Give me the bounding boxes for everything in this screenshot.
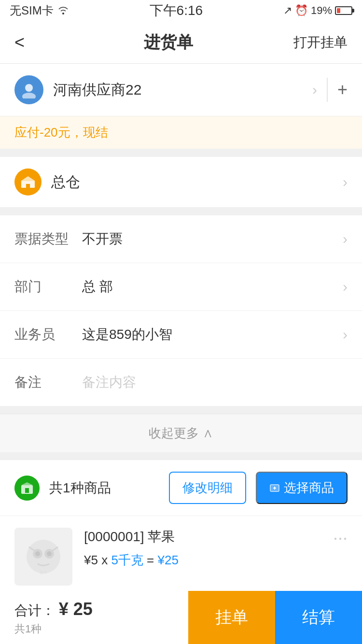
invoice-row[interactable]: 票据类型 不开票 › xyxy=(0,215,362,263)
battery-icon xyxy=(335,6,352,15)
select-product-label: 选择商品 xyxy=(284,479,334,496)
sales-chevron-icon: › xyxy=(343,326,348,343)
svg-marker-3 xyxy=(21,176,35,181)
product-info: [0000001] 苹果 ¥5 x 5千克 = ¥25 xyxy=(84,528,317,569)
chevron-right-icon: › xyxy=(312,82,317,98)
product-multiply: x xyxy=(101,553,111,567)
sales-label: 业务员 xyxy=(14,325,72,344)
total-label: 合计： xyxy=(14,603,55,618)
products-section: 共1种商品 修改明细 选择商品 xyxy=(0,460,362,597)
location-icon: ↗ xyxy=(283,4,292,17)
bottom-bar: 合计： ¥ 25 共1种 挂单 结算 xyxy=(0,591,362,644)
products-count: 共1种商品 xyxy=(49,479,159,497)
open-hang-button[interactable]: 打开挂单 xyxy=(293,33,348,52)
edit-detail-button[interactable]: 修改明细 xyxy=(169,472,246,504)
product-equals: = xyxy=(147,553,157,567)
collapse-bar[interactable]: 收起更多 ∧ xyxy=(0,414,362,452)
invoice-chevron-icon: › xyxy=(343,231,348,247)
warehouse-name: 总仓 xyxy=(51,172,343,192)
add-supplier-button[interactable]: + xyxy=(337,80,348,100)
product-qty: 5千克 xyxy=(111,553,143,567)
svg-text:督牛: 督牛 xyxy=(40,571,47,575)
page-title: 进货单 xyxy=(144,31,193,54)
status-time: 下午6:16 xyxy=(150,1,203,20)
invoice-value: 不开票 xyxy=(72,230,343,248)
form-section: 票据类型 不开票 › 部门 总 部 › 业务员 这是859的小智 › 备注 备注… xyxy=(0,215,362,406)
status-left: 无SIM卡 xyxy=(10,3,69,18)
svg-point-1 xyxy=(22,93,36,98)
supplier-avatar xyxy=(14,75,43,104)
remark-row[interactable]: 备注 备注内容 xyxy=(0,358,362,406)
product-name: [0000001] 苹果 xyxy=(84,528,317,546)
warehouse-row[interactable]: 总仓 › xyxy=(0,157,362,207)
status-bar: 无SIM卡 下午6:16 ↗ ⏰ 19% xyxy=(0,0,362,21)
products-icon xyxy=(14,476,40,501)
dept-value: 总 部 xyxy=(72,278,343,296)
hang-button[interactable]: 挂单 xyxy=(188,591,275,644)
nav-bar: < 进货单 打开挂单 xyxy=(0,21,362,64)
supplier-section: 河南供应商22 › + 应付-20元，现结 xyxy=(0,64,362,149)
battery-percent: 19% xyxy=(311,4,332,17)
svg-rect-6 xyxy=(25,488,29,493)
remark-label: 备注 xyxy=(14,373,72,392)
products-header: 共1种商品 修改明细 选择商品 xyxy=(0,460,362,516)
total-amount-row: 合计： ¥ 25 xyxy=(14,599,174,620)
back-button[interactable]: < xyxy=(14,32,43,53)
supplier-row[interactable]: 河南供应商22 › + xyxy=(0,64,362,116)
product-thumbnail: 督牛 xyxy=(14,528,72,586)
invoice-label: 票据类型 xyxy=(14,230,72,248)
alarm-icon: ⏰ xyxy=(295,4,308,17)
dept-chevron-icon: › xyxy=(343,279,348,295)
warehouse-chevron-icon: › xyxy=(343,174,348,190)
wifi-icon xyxy=(57,4,69,17)
product-item: 督牛 [0000001] 苹果 ¥5 x 5千克 = ¥25 ··· xyxy=(0,516,362,597)
warehouse-section: 总仓 › xyxy=(0,157,362,207)
svg-point-0 xyxy=(25,84,33,92)
remark-input[interactable]: 备注内容 xyxy=(72,373,348,392)
product-total: ¥25 xyxy=(158,553,179,567)
svg-rect-4 xyxy=(26,184,30,188)
settle-button[interactable]: 结算 xyxy=(275,591,362,644)
bottom-total: 合计： ¥ 25 共1种 xyxy=(0,591,188,644)
status-right: ↗ ⏰ 19% xyxy=(283,4,352,17)
product-code: [0000001] xyxy=(84,529,144,544)
sales-row[interactable]: 业务员 这是859的小智 › xyxy=(0,310,362,358)
supplier-divider xyxy=(327,78,328,102)
warehouse-icon xyxy=(14,168,42,196)
product-title: 苹果 xyxy=(148,529,175,544)
sales-value: 这是859的小智 xyxy=(72,325,343,344)
product-price: ¥5 x 5千克 = ¥25 xyxy=(84,552,317,569)
carrier-label: 无SIM卡 xyxy=(10,3,54,18)
supplier-name: 河南供应商22 xyxy=(53,80,312,100)
dept-label: 部门 xyxy=(14,278,72,296)
product-unit-price: ¥5 xyxy=(84,553,98,567)
dept-row[interactable]: 部门 总 部 › xyxy=(0,263,362,310)
supplier-notice: 应付-20元，现结 xyxy=(0,116,362,149)
total-amount: ¥ 25 xyxy=(59,599,93,619)
product-more-button[interactable]: ··· xyxy=(328,528,348,548)
content-area: 河南供应商22 › + 应付-20元，现结 总仓 › 票据类型 不开票 › xyxy=(0,64,362,644)
select-product-button[interactable]: 选择商品 xyxy=(256,472,348,504)
total-sub: 共1种 xyxy=(14,622,174,636)
svg-point-10 xyxy=(27,540,60,574)
